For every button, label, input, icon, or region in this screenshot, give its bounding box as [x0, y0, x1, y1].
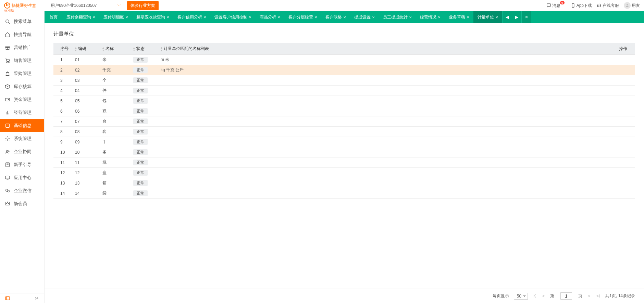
col-name[interactable]: ▴▾名称	[100, 43, 131, 55]
tab-scroll-right[interactable]: ▶	[512, 11, 521, 23]
col-code[interactable]: ▴▾编码	[72, 43, 100, 55]
sidebar-item-label: 库存核算	[14, 84, 32, 90]
user-menu[interactable]: 用友	[624, 2, 640, 9]
close-icon[interactable]: ✕	[249, 15, 251, 19]
table-row[interactable]: 1313箱正常	[53, 178, 635, 188]
table-row[interactable]: 101米正常m 米	[53, 55, 635, 65]
sidebar-item-info[interactable]: 基础信息	[0, 119, 44, 132]
tab-scroll-left[interactable]: ◀	[502, 11, 512, 23]
tab-9[interactable]: 员工提成统计✕	[379, 11, 416, 23]
table-row[interactable]: 1111瓶正常	[53, 157, 635, 168]
sidebar-item-team[interactable]: 企业协同	[0, 145, 44, 158]
sidebar-item-home[interactable]: 快捷导航	[0, 28, 44, 41]
table-row[interactable]: 505包正常	[53, 96, 635, 106]
online-service-button[interactable]: 在线客服	[597, 3, 619, 9]
cell-code: 11	[72, 157, 100, 168]
table-row[interactable]: 707台正常	[53, 116, 635, 127]
page-prefix: 第	[550, 293, 554, 299]
messages-button[interactable]: 消息 6	[546, 3, 566, 9]
table-row[interactable]: 1212盒正常	[53, 168, 635, 178]
pager-next[interactable]: >	[587, 294, 591, 299]
per-page-select[interactable]: 50	[514, 293, 528, 300]
sidebar-item-bag[interactable]: 采购管理	[0, 67, 44, 80]
sidebar-item-cart[interactable]: 销售管理	[0, 54, 44, 67]
col-alias[interactable]: ▴▾计量单位匹配的名称列表	[158, 43, 611, 55]
per-page-label: 每页显示	[493, 293, 509, 299]
cell-status: 正常	[131, 55, 158, 65]
tab-10[interactable]: 经营情况✕	[416, 11, 445, 23]
tab-5[interactable]: 商品分析✕	[256, 11, 284, 23]
sidebar-more-icon[interactable]	[34, 295, 39, 301]
svg-point-19	[6, 150, 8, 151]
tab-8[interactable]: 提成设置✕	[350, 11, 379, 23]
close-icon[interactable]: ✕	[125, 15, 128, 19]
table-row[interactable]: 404件正常	[53, 86, 635, 96]
close-icon[interactable]: ✕	[343, 15, 346, 19]
app-download-button[interactable]: App下载	[571, 3, 592, 9]
close-icon[interactable]: ✕	[92, 15, 95, 19]
sidebar-item-tv[interactable]: 应用中心	[0, 171, 44, 184]
table-row[interactable]: 1414袋正常	[53, 188, 635, 199]
table-row[interactable]: 303个正常	[53, 75, 635, 86]
sidebar-item-wallet[interactable]: 资金管理	[0, 93, 44, 106]
table-row[interactable]: 606双正常	[53, 106, 635, 116]
close-icon[interactable]: ✕	[438, 15, 441, 19]
sidebar-item-box[interactable]: 库存核算	[0, 80, 44, 93]
pager-first[interactable]: K	[533, 294, 537, 299]
close-icon[interactable]: ✕	[277, 15, 280, 19]
sidebar-item-vip[interactable]: 畅会员	[0, 197, 44, 210]
tab-11[interactable]: 业务草稿✕	[445, 11, 473, 23]
close-icon[interactable]: ✕	[467, 15, 469, 19]
tab-0[interactable]: 应付余额查询✕	[62, 11, 99, 23]
table-row[interactable]: 909手正常	[53, 137, 635, 147]
pager-prev[interactable]: <	[542, 294, 545, 299]
close-icon[interactable]: ✕	[314, 15, 317, 19]
tab-12[interactable]: 计量单位✕	[473, 11, 502, 23]
table-row[interactable]: 808套正常	[53, 127, 635, 137]
sidebar-item-search[interactable]: 搜索菜单	[0, 15, 44, 28]
tab-2[interactable]: 超期应收款查询✕	[132, 11, 173, 23]
sidebar-item-wechat[interactable]: 企业微信	[0, 184, 44, 197]
sidebar-item-chart[interactable]: 经营管理	[0, 106, 44, 119]
cell-seq: 7	[53, 116, 72, 127]
tab-label: 应付余额查询	[66, 14, 91, 20]
sidebar-item-gear[interactable]: 系统管理	[0, 132, 44, 145]
sidebar-collapse-icon[interactable]	[5, 295, 10, 301]
page-input[interactable]	[560, 292, 572, 300]
sidebar-item-gift[interactable]: 营销推广	[0, 41, 44, 54]
tab-1[interactable]: 应付明细账✕	[99, 11, 132, 23]
cell-name: 个	[100, 75, 131, 86]
close-icon[interactable]: ✕	[495, 15, 498, 19]
tab-7[interactable]: 客户联络✕	[321, 11, 350, 23]
logo[interactable]: 畅捷通好生意	[4, 2, 48, 9]
tab-close-all[interactable]: ✕	[521, 11, 531, 23]
close-icon[interactable]: ✕	[372, 15, 375, 19]
cell-status: 正常	[131, 96, 158, 106]
tab-3[interactable]: 客户信用分析✕	[173, 11, 210, 23]
cell-alias	[158, 137, 611, 147]
close-icon[interactable]: ✕	[203, 15, 206, 19]
status-badge: 正常	[133, 118, 148, 124]
tab-label: 客户分层经营	[288, 14, 313, 20]
tab-home[interactable]: 首页	[45, 11, 62, 23]
cell-seq: 3	[53, 75, 72, 86]
table-wrap: 序号 ▴▾编码 ▴▾名称 ▴▾状态 ▴▾计量单位匹配的名称列表 操作 101米正…	[53, 43, 635, 289]
cell-code: 13	[72, 178, 100, 188]
col-status[interactable]: ▴▾状态	[131, 43, 158, 55]
try-plan-button[interactable]: 体验行业方案	[127, 1, 159, 10]
cell-seq: 10	[53, 147, 72, 157]
sidebar-item-guide[interactable]: 新手引导	[0, 158, 44, 171]
username-label: 用友	[632, 3, 640, 9]
status-badge: 正常	[133, 98, 148, 104]
sidebar-item-label: 资金管理	[14, 97, 32, 103]
close-icon[interactable]: ✕	[166, 15, 169, 19]
pager-last[interactable]: >I	[596, 294, 600, 299]
table-row[interactable]: 202千克正常kg 千克 公斤	[53, 65, 635, 75]
table-row[interactable]: 1010条正常	[53, 147, 635, 157]
col-seq[interactable]: 序号	[53, 43, 72, 55]
tab-6[interactable]: 客户分层经营✕	[284, 11, 321, 23]
enterprise-selector[interactable]: 用户690企业1660120507 ﹀	[51, 3, 121, 9]
tab-4[interactable]: 设置客户信用控制✕	[210, 11, 256, 23]
cell-status: 正常	[131, 127, 158, 137]
close-icon[interactable]: ✕	[409, 15, 412, 19]
